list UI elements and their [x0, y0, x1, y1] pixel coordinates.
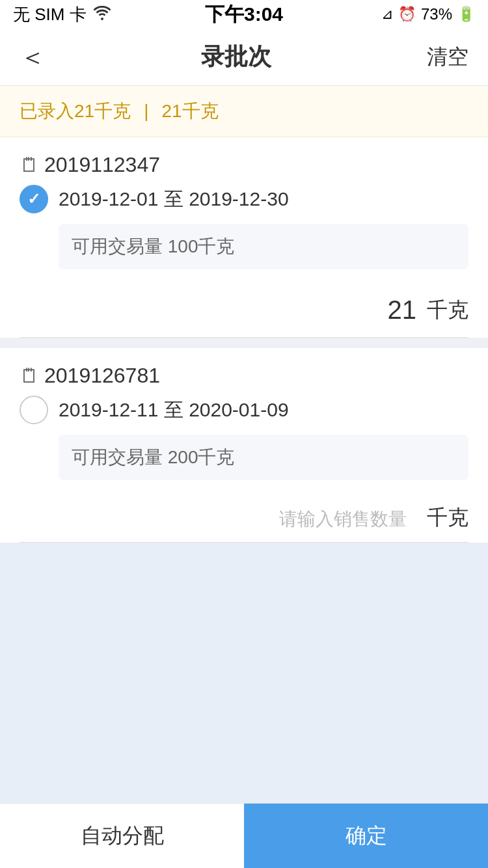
battery-label: 73% — [421, 5, 452, 23]
quantity-input-section-2: 千克 — [0, 493, 488, 543]
batch-header-2: 🗒 2019126781 — [20, 364, 468, 388]
batch-card-2: 🗒 2019126781 2019-12-11 至 2020-01-09 可用交… — [0, 348, 488, 543]
batch-date-row-1: 2019-12-01 至 2019-12-30 — [20, 185, 468, 213]
section-divider — [0, 338, 488, 348]
quantity-input-2[interactable] — [20, 506, 416, 530]
nav-bar: ＜ 录批次 清空 — [0, 29, 488, 86]
content-area: 已录入21千克 | 21千克 🗒 2019112347 2019-12-01 至… — [0, 86, 488, 868]
batch-card-1: 🗒 2019112347 2019-12-01 至 2019-12-30 可用交… — [0, 137, 488, 338]
batch-id-1: 2019112347 — [44, 153, 160, 177]
quantity-unit-2: 千克 — [427, 504, 468, 532]
battery-icon: 🔋 — [457, 6, 475, 23]
batch-item-1: 🗒 2019112347 2019-12-01 至 2019-12-30 可用交… — [0, 137, 488, 282]
auto-distribute-button[interactable]: 自动分配 — [0, 804, 244, 868]
bottom-bar: 自动分配 确定 — [0, 803, 488, 868]
batch-item-2: 🗒 2019126781 2019-12-11 至 2020-01-09 可用交… — [0, 348, 488, 493]
batch-id-icon-2: 🗒 — [20, 365, 39, 387]
info-bar: 已录入21千克 | 21千克 — [0, 86, 488, 137]
info-value: 21千克 — [161, 99, 218, 124]
quantity-display-1: 21 千克 — [0, 282, 488, 338]
empty-area — [0, 543, 488, 803]
page-title: 录批次 — [201, 41, 271, 73]
batch-date-1: 2019-12-01 至 2019-12-30 — [59, 186, 289, 213]
alarm-icon: ⏰ — [398, 6, 416, 23]
batch-date-row-2: 2019-12-11 至 2020-01-09 — [20, 396, 468, 424]
confirm-button[interactable]: 确定 — [244, 804, 488, 868]
status-bar: 无 SIM 卡 下午3:04 ⊿ ⏰ 73% 🔋 — [0, 0, 488, 29]
wifi-icon — [93, 5, 111, 25]
sim-label: 无 SIM 卡 — [13, 3, 87, 26]
recorded-label: 已录入21千克 — [20, 99, 131, 124]
batch-date-2: 2019-12-11 至 2020-01-09 — [59, 397, 289, 424]
batch-availability-2: 可用交易量 200千克 — [59, 435, 468, 480]
location-icon: ⊿ — [381, 6, 393, 23]
quantity-unit-1: 千克 — [427, 296, 468, 325]
quantity-number-1: 21 — [388, 295, 417, 325]
value-underline-1 — [20, 337, 468, 338]
info-divider: | — [144, 101, 148, 122]
back-button[interactable]: ＜ — [20, 39, 46, 75]
batch-id-2: 2019126781 — [44, 364, 160, 388]
radio-btn-2[interactable] — [20, 396, 48, 424]
clear-button[interactable]: 清空 — [427, 43, 468, 72]
radio-btn-1[interactable] — [20, 185, 48, 213]
status-left: 无 SIM 卡 — [13, 3, 111, 26]
status-right: ⊿ ⏰ 73% 🔋 — [381, 5, 475, 23]
status-time: 下午3:04 — [205, 1, 283, 28]
batch-availability-1: 可用交易量 100千克 — [59, 224, 468, 269]
input-underline-2 — [20, 542, 468, 543]
batch-id-icon-1: 🗒 — [20, 154, 39, 176]
batch-header-1: 🗒 2019112347 — [20, 153, 468, 177]
